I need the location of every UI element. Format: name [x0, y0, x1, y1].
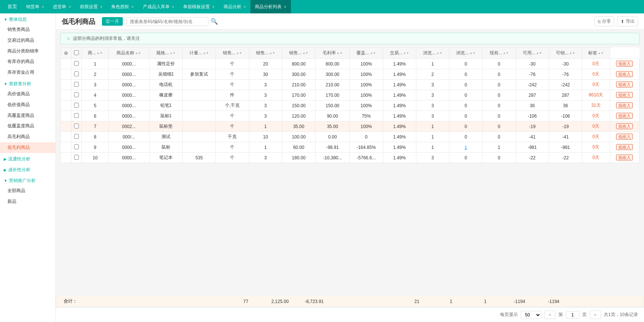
sort-sales-profit[interactable]: ▲▼: [302, 52, 308, 55]
cell-checkbox[interactable]: [71, 121, 82, 132]
row-checkbox[interactable]: [74, 71, 79, 76]
sort-browse1[interactable]: ▲▼: [436, 52, 442, 55]
sort-name[interactable]: ▲▼: [135, 52, 141, 55]
row-checkbox[interactable]: [74, 61, 79, 66]
sidebar-item-low-coverage[interactable]: 低覆盖度商品: [0, 121, 55, 131]
row-checkbox[interactable]: [74, 92, 79, 97]
sidebar-item-traded-goods[interactable]: 交易过的商品: [0, 35, 55, 46]
row-checkbox[interactable]: [74, 155, 79, 160]
sort-tag[interactable]: ▲▼: [598, 52, 604, 55]
cell-trade: 3: [416, 153, 449, 163]
sort-unit[interactable]: ▲▼: [203, 52, 209, 55]
cell-checkbox[interactable]: [71, 69, 82, 80]
cell-checkbox[interactable]: [71, 111, 82, 121]
row-checkbox[interactable]: [74, 144, 79, 149]
sidebar-group-overall[interactable]: ▼ 整体信息: [0, 13, 55, 24]
nav-close-roles[interactable]: ×: [131, 4, 134, 9]
nav-sales[interactable]: 销货单 ×: [22, 0, 48, 13]
sidebar-group-marketing[interactable]: ▼ 营销推广分析: [0, 175, 55, 185]
cell-checkbox[interactable]: [71, 90, 82, 101]
sort-coverage[interactable]: ▲▼: [370, 52, 376, 55]
per-page-select[interactable]: 50 100 200: [521, 311, 541, 319]
cell-checkbox[interactable]: [71, 142, 82, 153]
sidebar-item-capital-usage[interactable]: 库存资金占用: [0, 67, 55, 78]
sidebar-item-stock-goods[interactable]: 有库存的商品: [0, 56, 55, 67]
sidebar-item-high-coverage[interactable]: 高覆盖度商品: [0, 110, 55, 121]
cell-current: -22: [516, 153, 549, 163]
cell-sales-profit: 150.00: [315, 101, 350, 111]
cell-checkbox[interactable]: [71, 80, 82, 90]
nav-close-product-entry[interactable]: ×: [172, 4, 174, 9]
sidebar-item-high-value[interactable]: 高价值商品: [0, 89, 55, 99]
date-filter-button[interactable]: 近一月: [102, 17, 123, 26]
cell-available: -106: [549, 111, 582, 121]
nav-purchase[interactable]: 进货单 ×: [48, 0, 75, 13]
nav-close-analysis[interactable]: ×: [244, 4, 246, 9]
nav-analysis[interactable]: 商品分析 ×: [219, 0, 250, 13]
sidebar-item-high-margin[interactable]: 高毛利商品: [0, 131, 55, 142]
nav-home[interactable]: 首页: [3, 0, 22, 13]
nav-close-analysis-list[interactable]: ×: [284, 4, 286, 9]
row-checkbox[interactable]: [74, 103, 79, 108]
cell-settings: [61, 153, 71, 163]
sidebar-item-all-goods[interactable]: 全部商品: [0, 185, 55, 196]
cell-settings: [61, 132, 71, 142]
sidebar-item-category-rate[interactable]: 商品分类助销率: [0, 46, 55, 57]
sidebar-group-cluster[interactable]: ▼ 类群查分析: [0, 78, 55, 89]
sidebar-group-growth[interactable]: ▶ 成长性分析: [0, 164, 55, 175]
nav-roles[interactable]: 角色授权 ×: [107, 0, 138, 13]
sidebar-item-sales-goods[interactable]: 销售类商品: [0, 24, 55, 35]
row-checkbox[interactable]: [74, 82, 79, 87]
settings-icon[interactable]: ⚙: [64, 51, 68, 56]
share-button[interactable]: ⎗ 分享: [595, 16, 614, 26]
sort-sales-qty[interactable]: ▲▼: [236, 52, 242, 55]
sidebar-group-flow[interactable]: ▶ 流通性分析: [0, 153, 55, 164]
cell-current: -41: [516, 132, 549, 142]
sort-available[interactable]: ▲▼: [536, 52, 542, 55]
prev-page-button[interactable]: ＜: [544, 310, 555, 319]
nav-close-purchase[interactable]: ×: [68, 4, 71, 9]
nav-product-entry[interactable]: 产成品入库单 ×: [138, 0, 179, 13]
nav-permissions[interactable]: 权限设置 ×: [76, 0, 107, 13]
cell-no: 5: [82, 101, 109, 111]
nav-analysis-list[interactable]: 商品分析列表 ×: [250, 0, 291, 13]
next-page-button[interactable]: ＞: [590, 310, 601, 319]
cell-checkbox[interactable]: [71, 101, 82, 111]
table-row: 2 0000... 吴细细1 参加复试 个 30 300.00 300.00 1…: [61, 69, 640, 80]
search-button[interactable]: 🔍: [211, 18, 218, 25]
nav-close-template[interactable]: ×: [212, 4, 214, 9]
sort-gross-rate[interactable]: ▲▼: [337, 52, 343, 55]
pagination: 每页显示 50 100 200 ＜ 第 页 ＞ 共1页，10条记录: [56, 307, 644, 322]
sort-code[interactable]: ▲▼: [97, 52, 103, 55]
cell-browse1[interactable]: 1: [449, 142, 483, 153]
nav-close-permissions[interactable]: ×: [100, 4, 102, 9]
expand-arrow-cluster: ▼: [4, 82, 7, 86]
sort-spec[interactable]: ▲▼: [170, 52, 176, 55]
sort-sales-amount[interactable]: ▲▼: [269, 52, 275, 55]
row-checkbox[interactable]: [74, 134, 79, 139]
cell-checkbox[interactable]: [71, 132, 82, 142]
sort-trade[interactable]: ▲▼: [403, 52, 409, 55]
cell-checkbox[interactable]: [71, 153, 82, 163]
cell-sales-qty: 20: [249, 59, 282, 69]
cell-checkbox[interactable]: [71, 59, 82, 69]
nav-template[interactable]: 单据模板设置 ×: [179, 0, 219, 13]
sidebar-item-low-margin[interactable]: 低毛利商品: [0, 142, 55, 153]
nav-close-sales[interactable]: ×: [42, 4, 44, 9]
cell-no: 10: [82, 153, 109, 163]
page-number-input[interactable]: [566, 311, 579, 319]
browse1-link[interactable]: 1: [465, 145, 467, 150]
export-button[interactable]: ⬆ 导出: [617, 16, 638, 26]
select-all-checkbox[interactable]: [74, 50, 79, 55]
th-settings[interactable]: ⚙: [61, 48, 71, 59]
sort-saleable[interactable]: ▲▼: [569, 52, 575, 55]
sort-browse2[interactable]: ▲▼: [470, 52, 475, 55]
sidebar-item-low-value[interactable]: 低价值商品: [0, 99, 55, 110]
expand-arrow-overall: ▼: [4, 17, 7, 22]
sidebar-item-new-goods[interactable]: 新品: [0, 196, 55, 207]
row-checkbox[interactable]: [74, 124, 79, 128]
search-input[interactable]: [126, 17, 208, 26]
row-checkbox[interactable]: [74, 113, 79, 118]
th-checkbox[interactable]: [71, 48, 82, 59]
sort-current[interactable]: ▲▼: [503, 52, 509, 55]
